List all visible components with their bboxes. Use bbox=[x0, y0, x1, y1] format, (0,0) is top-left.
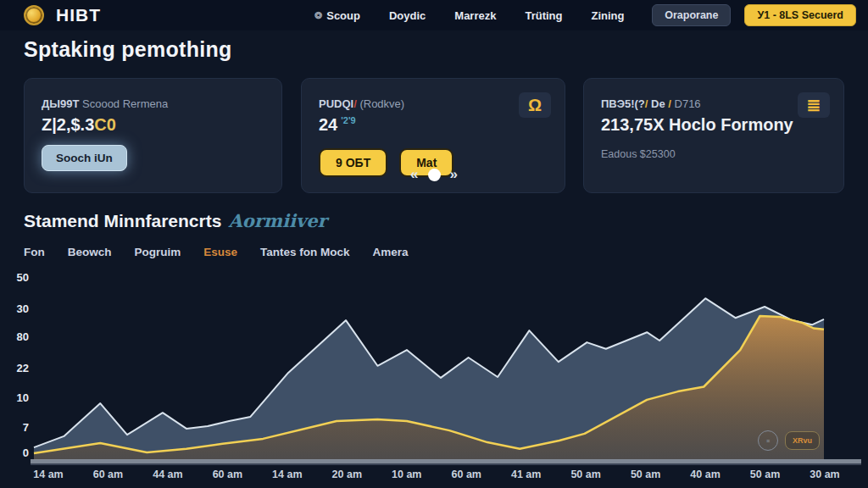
svg-text:22: 22 bbox=[17, 362, 29, 374]
svg-text:10: 10 bbox=[17, 391, 29, 404]
card1-title: ДЫ99Т Scoood Rermena bbox=[42, 97, 264, 110]
tab-fon[interactable]: Fon bbox=[24, 246, 45, 258]
carousel-dot[interactable] bbox=[428, 169, 441, 181]
card3-title-c: D716 bbox=[671, 97, 701, 110]
cards-carousel-controls: « » bbox=[404, 166, 464, 183]
card3-subtext: Eadous $25300 bbox=[601, 148, 826, 160]
svg-text:50 am: 50 am bbox=[631, 469, 660, 480]
staking-area-chart: 50308022107014 am60 am44 am60 am14 am20 … bbox=[0, 268, 868, 488]
svg-text:50 am: 50 am bbox=[570, 469, 600, 480]
card1-value-main: Z|2,$.3 bbox=[42, 115, 94, 134]
card2-button-obt[interactable]: 9 OБT bbox=[319, 148, 387, 177]
chart-corner-button[interactable]: XRvu bbox=[785, 431, 820, 450]
nav-item-truting[interactable]: Trüting bbox=[525, 9, 562, 22]
card1-title-bold: ДЫ99Т bbox=[42, 97, 79, 110]
carousel-next-icon[interactable]: » bbox=[450, 166, 458, 183]
svg-text:60 am: 60 am bbox=[93, 469, 123, 480]
svg-text:44 am: 44 am bbox=[153, 469, 182, 480]
globe-emblem-icon: ❂ bbox=[314, 10, 322, 21]
card1-title-rest: Scoood Rermena bbox=[79, 97, 168, 110]
card1-value: Z|2,$.3C0 bbox=[42, 115, 264, 135]
svg-text:0: 0 bbox=[23, 446, 29, 459]
section-title-accent: Aormiiver bbox=[228, 210, 326, 231]
card3-value: 213,75X Hoclo Formony bbox=[601, 115, 826, 135]
omega-arch-icon: Ω bbox=[519, 92, 551, 118]
brand-title: HIBT bbox=[56, 5, 101, 25]
staking-chart-svg: 50308022107014 am60 am44 am60 am14 am20 … bbox=[0, 268, 868, 488]
card2-value: 24'2'9 bbox=[319, 115, 548, 135]
carousel-prev-icon[interactable]: « bbox=[410, 166, 418, 183]
header-actions: Oraporane У1 - 8LS Secuerd bbox=[652, 4, 856, 26]
card2-value-sup: '2'9 bbox=[341, 115, 355, 125]
stat-card-1: ДЫ99Т Scoood Rermena Z|2,$.3C0 Sooch iUn bbox=[24, 78, 282, 193]
main-nav: ❂ Scoup Doydic Marrezk Trüting Zining bbox=[314, 9, 624, 22]
svg-text:50: 50 bbox=[17, 271, 29, 284]
card2-title-bold: PUDQI bbox=[319, 97, 353, 110]
tab-esuse-active[interactable]: Esuse bbox=[203, 246, 237, 258]
chart-filter-tabs: Fon Beowch Pogruim Esuse Tantes fon Mock… bbox=[24, 246, 409, 258]
chart-corner-badges: ≡ XRvu bbox=[758, 430, 820, 451]
chart-circle-badge-icon[interactable]: ≡ bbox=[758, 430, 778, 451]
nav-item-zining[interactable]: Zining bbox=[591, 9, 624, 22]
nav-item-doydic[interactable]: Doydic bbox=[389, 9, 426, 22]
card3-title: ПВЭ5!(?/ De / D716 bbox=[601, 97, 826, 110]
svg-text:14 am: 14 am bbox=[33, 469, 63, 480]
svg-text:30: 30 bbox=[17, 302, 29, 315]
svg-text:30 am: 30 am bbox=[810, 469, 839, 480]
nav-item-label: Scoup bbox=[326, 9, 360, 22]
tab-beowch[interactable]: Beowch bbox=[68, 246, 112, 258]
page-title: Sptaking pemothing bbox=[24, 37, 232, 62]
svg-text:60 am: 60 am bbox=[213, 469, 242, 480]
svg-text:14 am: 14 am bbox=[272, 469, 302, 480]
svg-text:60 am: 60 am bbox=[452, 469, 481, 480]
svg-text:7: 7 bbox=[23, 421, 29, 434]
svg-text:80: 80 bbox=[17, 330, 29, 343]
card2-title: PUDQI/ (Rodkve) bbox=[319, 97, 548, 110]
card1-action-button[interactable]: Sooch iUn bbox=[42, 145, 127, 171]
card2-title-rest: (Rodkve) bbox=[357, 97, 404, 110]
card1-value-accent: C0 bbox=[94, 115, 116, 134]
tab-amera[interactable]: Amera bbox=[373, 246, 409, 258]
tab-pogruim[interactable]: Pogruim bbox=[135, 246, 181, 258]
section-title: Stamend MinnfarencrtsAormiiver bbox=[24, 210, 327, 231]
svg-text:20 am: 20 am bbox=[332, 469, 362, 480]
connect-wallet-button[interactable]: У1 - 8LS Secuerd bbox=[744, 4, 856, 26]
stacked-lines-icon: ≣ bbox=[798, 92, 830, 118]
stat-card-3: ≣ ПВЭ5!(?/ De / D716 213,75X Hoclo Formo… bbox=[583, 78, 844, 193]
card3-title-b: De bbox=[648, 97, 668, 110]
secondary-header-button[interactable]: Oraporane bbox=[652, 4, 731, 26]
card3-title-a: ПВЭ5!(? bbox=[601, 97, 645, 110]
nav-item-scoup[interactable]: ❂ Scoup bbox=[314, 9, 360, 22]
coin-logo-icon bbox=[24, 5, 44, 25]
svg-text:50 am: 50 am bbox=[750, 469, 780, 480]
svg-text:10 am: 10 am bbox=[392, 469, 421, 480]
nav-item-marrezk[interactable]: Marrezk bbox=[454, 9, 496, 22]
card2-value-main: 24 bbox=[319, 115, 337, 134]
section-title-main: Stamend Minnfarencrts bbox=[24, 211, 221, 230]
tab-tantes-fon-mock[interactable]: Tantes fon Mock bbox=[260, 246, 350, 258]
svg-text:41 am: 41 am bbox=[511, 469, 541, 480]
top-navbar: HIBT ❂ Scoup Doydic Marrezk Trüting Zini… bbox=[0, 0, 868, 30]
svg-text:40 am: 40 am bbox=[690, 469, 720, 480]
